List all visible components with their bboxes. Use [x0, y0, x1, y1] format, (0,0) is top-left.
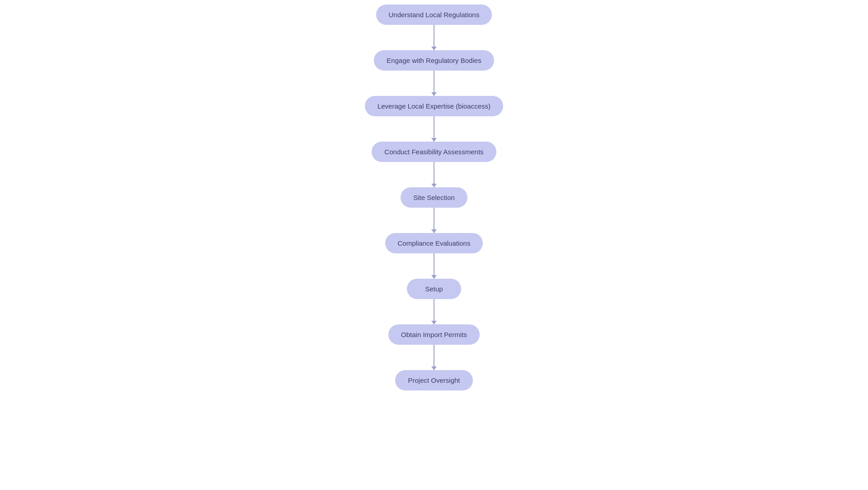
node-site-selection: Site Selection	[401, 187, 467, 208]
connector-0	[434, 25, 434, 50]
node-leverage-local-expertise: Leverage Local Expertise (bioaccess)	[365, 96, 503, 116]
connector-4	[434, 208, 434, 233]
node-conduct-feasibility-assessments: Conduct Feasibility Assessments	[372, 142, 496, 162]
connector-1	[434, 71, 434, 96]
flowchart: Understand Local RegulationsEngage with …	[365, 0, 503, 390]
connector-6	[434, 299, 434, 324]
node-engage-with-regulatory-bodies: Engage with Regulatory Bodies	[374, 50, 494, 71]
connector-7	[434, 345, 434, 370]
node-setup: Setup	[407, 279, 461, 299]
connector-5	[434, 253, 434, 279]
connector-2	[434, 116, 434, 142]
node-obtain-import-permits: Obtain Import Permits	[388, 324, 480, 345]
connector-3	[434, 162, 434, 187]
node-project-oversight: Project Oversight	[395, 370, 472, 390]
node-understand-local-regulations: Understand Local Regulations	[376, 5, 492, 25]
node-compliance-evaluations: Compliance Evaluations	[385, 233, 483, 253]
